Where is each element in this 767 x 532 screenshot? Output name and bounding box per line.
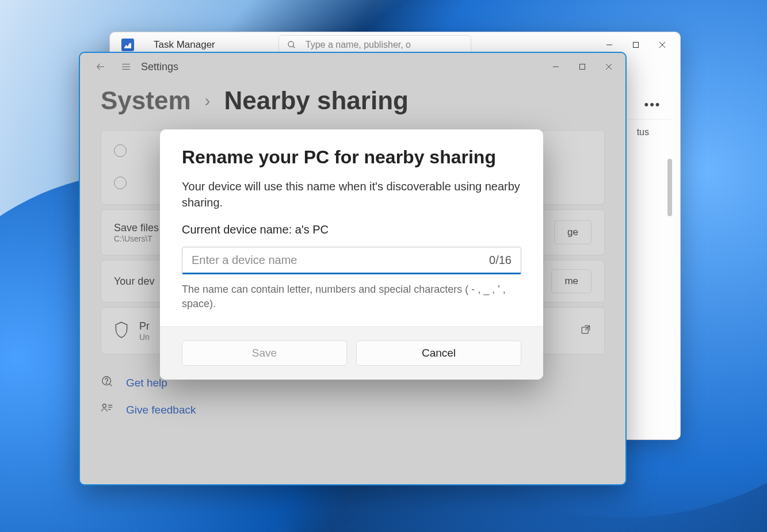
task-manager-title: Task Manager bbox=[154, 39, 215, 51]
dialog-description: Your device will use this name when it's… bbox=[182, 178, 521, 210]
more-button[interactable]: ••• bbox=[639, 93, 666, 116]
task-manager-app-icon bbox=[121, 39, 134, 51]
settings-titlebar[interactable]: Settings bbox=[80, 53, 625, 81]
maximize-button[interactable] bbox=[623, 36, 649, 54]
privacy-sub: Un bbox=[139, 332, 150, 342]
help-icon bbox=[101, 375, 113, 391]
breadcrumb-root[interactable]: System bbox=[101, 86, 191, 115]
chevron-right-icon: › bbox=[205, 91, 211, 110]
breadcrumb: System › Nearby sharing bbox=[80, 81, 625, 130]
rename-button[interactable]: me bbox=[551, 269, 592, 293]
svg-point-0 bbox=[288, 41, 293, 47]
svg-rect-11 bbox=[580, 64, 585, 70]
feedback-icon bbox=[101, 402, 113, 418]
svg-rect-3 bbox=[634, 43, 639, 48]
svg-point-17 bbox=[106, 383, 107, 384]
hamburger-menu-button[interactable] bbox=[113, 56, 139, 77]
device-name-input[interactable] bbox=[192, 254, 482, 267]
radio-option[interactable] bbox=[114, 177, 127, 189]
minimize-button[interactable] bbox=[543, 58, 569, 76]
close-button[interactable] bbox=[596, 58, 622, 76]
cancel-button[interactable]: Cancel bbox=[356, 340, 521, 366]
settings-app-title: Settings bbox=[141, 61, 178, 73]
save-files-title: Save files bbox=[114, 222, 159, 234]
search-icon bbox=[287, 40, 296, 49]
svg-point-19 bbox=[102, 404, 106, 407]
svg-line-15 bbox=[585, 326, 589, 330]
give-feedback-label: Give feedback bbox=[126, 404, 196, 416]
device-name-field-wrap[interactable]: 0/16 bbox=[182, 247, 521, 274]
radio-option[interactable] bbox=[114, 144, 127, 157]
maximize-button[interactable] bbox=[569, 58, 596, 76]
open-external-icon[interactable] bbox=[580, 324, 592, 338]
give-feedback-link[interactable]: Give feedback bbox=[101, 402, 625, 418]
device-name-label: Your dev bbox=[114, 275, 154, 288]
svg-line-1 bbox=[293, 46, 295, 48]
breadcrumb-leaf: Nearby sharing bbox=[224, 86, 409, 115]
shield-icon bbox=[114, 321, 129, 340]
scrollbar-thumb[interactable] bbox=[667, 159, 672, 216]
close-button[interactable] bbox=[649, 36, 676, 54]
back-button[interactable] bbox=[88, 56, 113, 77]
dialog-title: Rename your PC for nearby sharing bbox=[182, 147, 521, 168]
rename-pc-dialog: Rename your PC for nearby sharing Your d… bbox=[160, 129, 543, 380]
svg-line-18 bbox=[109, 384, 112, 386]
status-column-header: tus bbox=[637, 127, 649, 137]
change-folder-button[interactable]: ge bbox=[554, 220, 592, 244]
task-manager-search-placeholder: Type a name, publisher, o bbox=[306, 40, 411, 50]
current-device-name-label: Current device name: a's PC bbox=[182, 223, 521, 236]
char-counter: 0/16 bbox=[489, 254, 512, 267]
get-help-label: Get help bbox=[126, 377, 167, 389]
save-files-path: C:\Users\T bbox=[114, 234, 159, 243]
privacy-title: Pr bbox=[139, 320, 150, 332]
dialog-hint: The name can contain letter, numbers and… bbox=[182, 282, 521, 311]
save-button[interactable]: Save bbox=[182, 340, 347, 366]
